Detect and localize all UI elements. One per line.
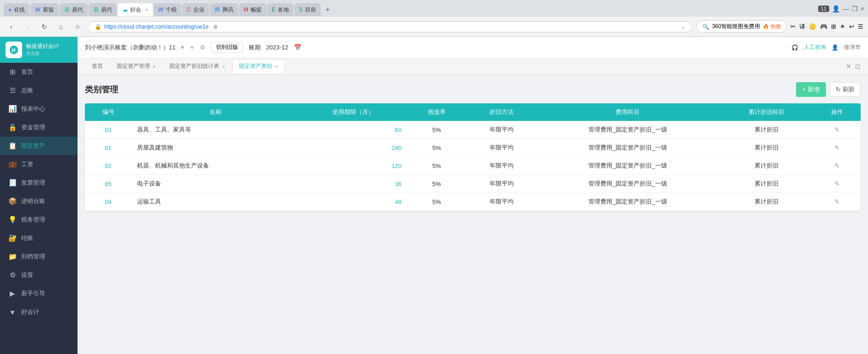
profile-icon: 👤 — [832, 5, 840, 12]
tab-gedi[interactable]: E 各地 — [267, 3, 293, 16]
edit-icon[interactable]: ✎ — [834, 198, 840, 205]
edit-icon[interactable]: ✎ — [834, 126, 840, 133]
minimize-icon[interactable]: — — [843, 5, 849, 12]
dropdown-icon[interactable]: ▾ — [181, 44, 184, 51]
translate-icon[interactable]: 译 — [799, 23, 805, 31]
close-asset-management-tab[interactable]: × — [153, 64, 156, 69]
scissors-icon[interactable]: ✂ — [790, 23, 796, 30]
grid-icon[interactable]: ⊞ — [831, 23, 836, 30]
sidebar-item-tax[interactable]: 💡 税务管理 — [0, 210, 78, 229]
cell-code[interactable]: 02 — [85, 157, 132, 175]
page-tab-asset-management[interactable]: 固定资产管理 × — [110, 59, 162, 73]
sidebar-item-funds[interactable]: 🔒 资金管理 — [0, 118, 78, 137]
page-tab-home[interactable]: 首页 — [85, 59, 110, 73]
tab-tengxun[interactable]: 腾 腾讯 — [210, 3, 238, 16]
page-tab-asset-category[interactable]: 固定资产类别 × — [232, 59, 285, 73]
new-tab-button[interactable]: + — [322, 4, 334, 16]
cell-code[interactable]: 01 — [85, 139, 132, 157]
tab-muqian[interactable]: S 目前 — [294, 3, 321, 16]
app-header-left: 刘小艳演示账套（勿删勿动！）11 ▾ + ⚙ 切到旧版 账期 2023-12 📅 — [85, 42, 301, 53]
game-icon[interactable]: 🎮 — [820, 23, 827, 30]
cell-expense: 管理费用_固定资产折旧_一级 — [537, 157, 719, 175]
search-text: 360智能抠图免费用 — [712, 23, 760, 30]
restore-icon[interactable]: ❐ — [852, 5, 858, 12]
sidebar-item-haohui[interactable]: ▼ 好会计 — [0, 303, 78, 321]
main-content: 类别管理 + 新增 ↻ 刷新 编号 名称 使用期限（月） 残值率 折旧方法 费用… — [78, 75, 868, 354]
refresh-button[interactable]: ↻ 刷新 — [830, 82, 861, 97]
brightness-icon[interactable]: ☀ — [840, 23, 845, 30]
cell-code[interactable]: 04 — [85, 193, 132, 211]
sales-icon: 📦 — [8, 197, 17, 205]
add-button[interactable]: + 新增 — [796, 82, 826, 97]
tab-yidai2[interactable]: 易 易代 — [89, 3, 117, 16]
add-account-icon[interactable]: + — [190, 43, 194, 52]
sidebar-item-general-ledger[interactable]: ☰ 总账 — [0, 81, 78, 100]
tab-qiye[interactable]: C 企业 — [182, 3, 209, 16]
app-container: 好 畅捷通好会计 专业版 ⊞ 首页 ☰ 总账 📊 报表中心 🔒 资金管理 📋 固 — [0, 37, 868, 354]
url-dropdown-icon[interactable]: ⌄ — [681, 24, 686, 30]
sidebar-item-fixed-assets[interactable]: 📋 固定资产 — [0, 137, 78, 155]
sidebar-item-purchase-sales[interactable]: 📦 进销台账 — [0, 192, 78, 210]
search-bar[interactable]: 🔍 360智能抠图免费用 🔥 热搜 — [696, 20, 787, 33]
close-depreciation-tab[interactable]: × — [222, 64, 225, 69]
home-button[interactable]: ⌂ — [54, 20, 67, 33]
cell-code[interactable]: 03 — [85, 121, 132, 139]
sidebar-item-reports[interactable]: 📊 报表中心 — [0, 100, 78, 118]
tab-gesui[interactable]: W 个税 — [154, 3, 181, 16]
cell-period: 36 — [300, 175, 407, 193]
cell-expense: 管理费用_固定资产折旧_一级 — [537, 121, 719, 139]
cell-action[interactable]: ✎ — [814, 139, 861, 157]
edit-icon[interactable]: ✎ — [834, 162, 840, 169]
user-name[interactable]: 徐泽华 — [844, 43, 861, 51]
tab-bar: ● 在线 W 新版 易 易代 易 易代 ☁ 好会 × W 个税 C 企业 腾 — [0, 0, 868, 17]
tab-haohui[interactable]: ☁ 好会 × — [118, 3, 153, 16]
service-label[interactable]: 人工咨询 — [804, 43, 826, 51]
maximize-panel-icon[interactable]: ⊡ — [855, 63, 861, 70]
sidebar-item-settings[interactable]: ⚙ 设置 — [0, 266, 78, 284]
menu-icon[interactable]: ☰ — [858, 23, 863, 30]
cell-action[interactable]: ✎ — [814, 175, 861, 193]
sidebar-item-archive[interactable]: 📁 归档管理 — [0, 247, 78, 266]
reload-button[interactable]: ↻ — [38, 20, 51, 33]
sidebar-item-home[interactable]: ⊞ 首页 — [0, 63, 78, 81]
close-tab-haohui[interactable]: × — [145, 7, 148, 12]
wallet-icon[interactable]: 🪙 — [809, 23, 816, 30]
close-window-icon[interactable]: × — [861, 5, 864, 12]
service-icon: 🎧 — [791, 44, 798, 51]
sidebar-item-closing[interactable]: 🔐 结账 — [0, 229, 78, 247]
switch-version-button[interactable]: 切到旧版 — [211, 42, 243, 53]
url-bar[interactable]: 🔒 https://cloud.chanjet.com/accounting/u… — [88, 21, 693, 32]
back-button[interactable]: ‹ — [5, 20, 18, 33]
tab-yidai1[interactable]: 易 易代 — [60, 3, 88, 16]
fund-icon: 🔒 — [8, 123, 17, 132]
undo-icon[interactable]: ↩ — [849, 23, 854, 30]
cell-period: 120 — [300, 157, 407, 175]
tab-changtí[interactable]: M 畅提 — [239, 3, 266, 16]
page-title-row: 类别管理 + 新增 ↻ 刷新 — [85, 82, 861, 97]
sidebar-item-salary[interactable]: 💼 工资 — [0, 155, 78, 174]
tab-zaixin[interactable]: ● 在线 — [4, 3, 30, 16]
sidebar-item-invoice[interactable]: 🧾 发票管理 — [0, 174, 78, 192]
cell-action[interactable]: ✎ — [814, 193, 861, 211]
cell-method: 年限平均 — [466, 139, 537, 157]
edit-icon[interactable]: ✎ — [834, 180, 840, 187]
bookmark-button[interactable]: ☆ — [71, 20, 84, 33]
cell-accumulated: 累计折旧 — [718, 193, 814, 211]
sidebar-item-guide[interactable]: ▶ 新手引导 — [0, 284, 78, 303]
col-accumulated: 累计折旧科目 — [718, 103, 814, 121]
cell-accumulated: 累计折旧 — [718, 121, 814, 139]
page-tabs: 首页 固定资产管理 × 固定资产折旧统计表 × 固定资产类别 × ✕ ⊡ — [78, 58, 868, 75]
col-period: 使用期限（月） — [300, 103, 407, 121]
close-panel-icon[interactable]: ✕ — [846, 63, 851, 70]
cell-action[interactable]: ✎ — [814, 157, 861, 175]
page-tab-depreciation-report[interactable]: 固定资产折旧统计表 × — [162, 59, 232, 73]
edit-icon[interactable]: ✎ — [834, 144, 840, 151]
calendar-icon[interactable]: 📅 — [294, 44, 301, 51]
cell-code[interactable]: 05 — [85, 175, 132, 193]
close-asset-category-tab[interactable]: × — [275, 64, 278, 69]
cell-name: 机器、机械和其他生产设备 — [132, 157, 299, 175]
tab-xinban[interactable]: W 新版 — [30, 3, 58, 16]
cell-action[interactable]: ✎ — [814, 121, 861, 139]
forward-button[interactable]: › — [21, 20, 34, 33]
settings-gear-icon[interactable]: ⚙ — [200, 44, 205, 51]
